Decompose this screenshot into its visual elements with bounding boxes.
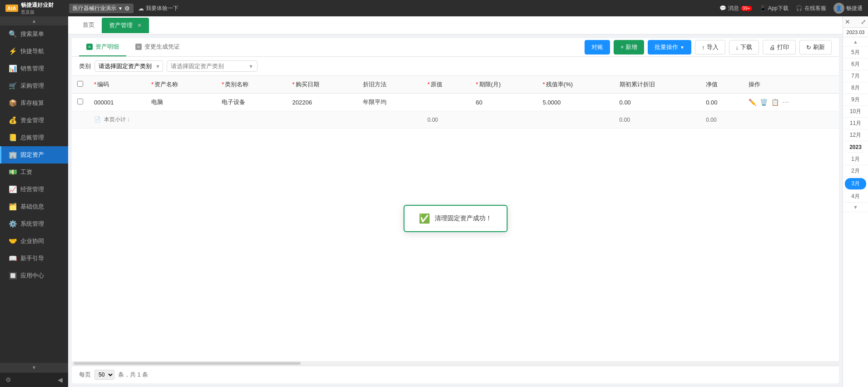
sub-tab-asset-detail[interactable]: ≡ 资产明细 (79, 38, 126, 56)
sidebar-item-operations[interactable]: 📈 经营管理 (0, 181, 68, 198)
sidebar-item-guide[interactable]: 📖 新手引导 (0, 250, 68, 267)
filter-category-select[interactable]: 请选择固定资产类别电子设备机器设备运输工具办公家具 (94, 60, 163, 72)
calendar-month-7[interactable]: 7月 (843, 70, 868, 82)
sidebar-item-fixed-assets[interactable]: 🏢 固定资产 (0, 146, 68, 164)
message-btn[interactable]: 💬 消息 99+ (719, 5, 752, 12)
import-btn[interactable]: ↑ 导入 (695, 40, 725, 55)
sidebar-item-quick-nav[interactable]: ⚡ 快捷导航 (0, 43, 68, 60)
th-code: *编码 (89, 76, 146, 94)
sidebar-item-label: 销售管理 (20, 64, 44, 73)
sidebar-bottom: ⚙ ◀ (0, 372, 68, 387)
td-initial-accumulated-depreciation: 0.00 (614, 94, 701, 111)
refresh-icon: ↻ (806, 44, 811, 51)
calendar-month-3-current[interactable]: 3月 (845, 178, 866, 190)
calendar-month-8[interactable]: 8月 (843, 82, 868, 94)
calendar-month-6[interactable]: 6月 (843, 59, 868, 70)
edit-icon[interactable]: ✏️ (749, 99, 756, 106)
sidebar-item-base-info[interactable]: 🗂️ 基础信息 (0, 198, 68, 215)
calendar-scroll-down[interactable]: ▼ (843, 203, 868, 212)
copy-icon[interactable]: 📋 (771, 99, 779, 106)
delete-icon[interactable]: 🗑️ (760, 99, 768, 106)
sidebar-item-inventory[interactable]: 📦 库存核算 (0, 94, 68, 112)
download-btn[interactable]: ↓ 下载 (729, 40, 759, 55)
tab-close-icon[interactable]: ✕ (137, 22, 142, 29)
funds-icon: 💰 (9, 116, 17, 124)
calendar-year-2023[interactable]: 2023 (845, 142, 866, 153)
sidebar-item-label: 应用中心 (20, 272, 44, 280)
user-menu[interactable]: 👤 畅捷通 (833, 3, 863, 14)
quick-nav-icon: ⚡ (9, 47, 17, 55)
th-depreciation-method: 折旧方法 (357, 76, 422, 94)
calendar-month-4[interactable]: 4月 (843, 191, 868, 203)
td-checkbox (72, 94, 89, 111)
scrollbar-thumb[interactable] (74, 362, 301, 365)
sidebar-scroll-down[interactable]: ▼ (0, 363, 68, 372)
select-all-checkbox[interactable] (77, 81, 83, 87)
fixed-assets-icon: 🏢 (9, 151, 17, 159)
filter-row: 类别 请选择固定资产类别电子设备机器设备运输工具办公家具 ▼ ▼ (72, 57, 839, 76)
sidebar-settings-icon[interactable]: ⚙ (5, 376, 11, 383)
sidebar-scroll-up[interactable]: ▲ (0, 16, 68, 25)
base-info-icon: 🗂️ (9, 203, 17, 211)
asset-detail-tab-icon: ≡ (86, 44, 93, 50)
calendar-month-12[interactable]: 12月 (843, 129, 868, 141)
online-service-btn[interactable]: 🎧 在线客服 (796, 5, 826, 12)
subtotal-residual-rate (537, 111, 614, 129)
sidebar-item-app-center[interactable]: 🔲 应用中心 (0, 267, 68, 284)
sidebar-item-purchase[interactable]: 🛒 采购管理 (0, 77, 68, 94)
settings-icon[interactable]: ⚙ (124, 5, 130, 12)
calendar-scroll-up[interactable]: ▲ (843, 37, 868, 47)
experience-label: 我要体验一下 (146, 5, 179, 12)
new-btn[interactable]: + 新增 (614, 40, 644, 55)
sidebar-item-sales[interactable]: 📊 销售管理 (0, 60, 68, 77)
subtotal-initial-accumulated: 0.00 (614, 111, 701, 129)
sidebar-item-salary[interactable]: 💵 工资 (0, 164, 68, 181)
batch-ops-btn[interactable]: 批量操作 ▼ (648, 40, 691, 55)
calendar-collapse-icon[interactable]: ✕ (845, 18, 850, 25)
sidebar-item-label: 库存核算 (20, 99, 44, 107)
calendar-month-9[interactable]: 9月 (843, 94, 868, 106)
tab-asset-management[interactable]: 资产管理 ✕ (102, 18, 149, 33)
sidebar-item-ledger[interactable]: 📒 总账管理 (0, 129, 68, 146)
tab-home[interactable]: 首页 (75, 17, 102, 34)
action-icons: ✏️ 🗑️ 📋 ⋯ (749, 99, 833, 106)
sub-tab-change-voucher[interactable]: ≡ 变更生成凭证 (128, 38, 187, 56)
td-category: 电子设备 (216, 94, 287, 111)
company-dropdown-icon: ▼ (118, 6, 123, 11)
sidebar-collapse-icon[interactable]: ◀ (58, 376, 63, 383)
experience-btn[interactable]: ☁ 我要体验一下 (138, 5, 179, 12)
calendar-month-5[interactable]: 5月 (843, 47, 868, 59)
sub-tab-row: ≡ 资产明细 ≡ 变更生成凭证 对账 + 新增 批量操作 ▼ (72, 38, 839, 57)
ledger-icon: 📒 (9, 134, 17, 142)
total-text: 条，共 1 条 (118, 371, 148, 379)
app-download-btn[interactable]: 📱 App下载 (759, 5, 789, 12)
filter-input-dropdown-icon[interactable]: ▼ (248, 64, 253, 69)
change-voucher-tab-icon: ≡ (135, 44, 142, 50)
toast-success: ✅ 清理固定资产成功！ (403, 205, 507, 232)
app-name: 畅捷通好业财 (21, 1, 54, 9)
td-net-value: 0.00 (700, 94, 743, 111)
subtotal-label: 📄 本页小计： (89, 111, 422, 129)
reconcile-btn[interactable]: 对账 (585, 40, 610, 55)
company-selector[interactable]: 医疗器械行业演示 ▼ ⚙ (69, 4, 134, 13)
sidebar-item-search[interactable]: 🔍 搜索菜单 (0, 25, 68, 43)
refresh-btn[interactable]: ↻ 刷新 (799, 40, 832, 55)
calendar-month-10[interactable]: 10月 (843, 106, 868, 118)
print-btn[interactable]: 🖨 打印 (763, 40, 796, 55)
th-name: *资产名称 (146, 76, 216, 94)
per-page-select[interactable]: 50 (94, 370, 114, 380)
system-icon: ⚙️ (9, 220, 17, 228)
row-checkbox[interactable] (77, 99, 83, 104)
message-label: 消息 (728, 5, 739, 12)
calendar-month-11[interactable]: 11月 (843, 118, 868, 129)
calendar-expand-icon[interactable]: ⤢ (861, 18, 866, 25)
td-name: 电脑 (146, 94, 216, 111)
td-original-value (422, 94, 471, 111)
calendar-month-2[interactable]: 2月 (843, 165, 868, 177)
calendar-month-1[interactable]: 1月 (843, 154, 868, 165)
filter-category-input[interactable] (171, 63, 248, 69)
sidebar-item-system[interactable]: ⚙️ 系统管理 (0, 215, 68, 233)
more-icon[interactable]: ⋯ (783, 99, 789, 106)
sidebar-item-enterprise[interactable]: 🤝 企业协同 (0, 233, 68, 250)
sidebar-item-funds[interactable]: 💰 资金管理 (0, 112, 68, 129)
